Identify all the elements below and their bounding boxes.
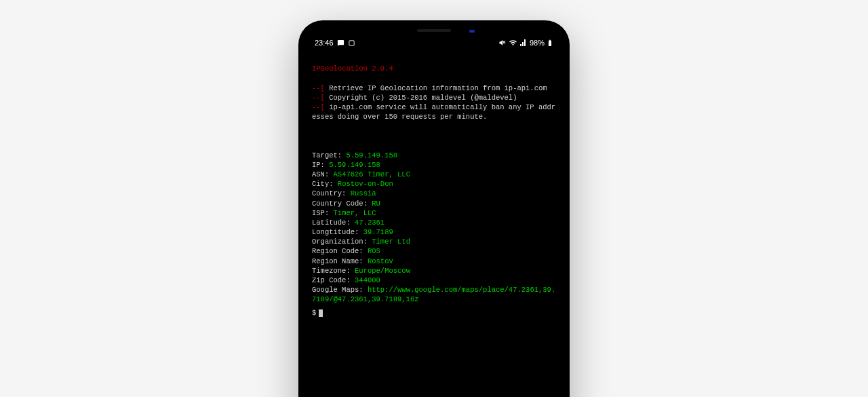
signal-icon [519, 39, 528, 47]
country-value: Russia [351, 189, 376, 197]
rn-value: Rostov [368, 257, 393, 265]
lat-label: Latitude: [312, 219, 351, 227]
zip-label: Zip Code: [312, 276, 351, 284]
isp-value: Timer, LLC [334, 209, 376, 217]
maps-label: Google Maps: [312, 286, 363, 294]
tz-label: Timezone: [312, 267, 351, 275]
org-label: Organization: [312, 238, 368, 246]
prompt-symbol: $ [312, 308, 316, 318]
rc-value: ROS [368, 247, 380, 255]
lat-value: 47.2361 [355, 219, 384, 227]
header-line-2: Copyright (c) 2015-2016 maldevel (@malde… [329, 94, 517, 102]
rc-label: Region Code: [312, 247, 363, 255]
org-value: Timer Ltd [372, 238, 410, 246]
mute-icon [498, 39, 507, 47]
wifi-icon [509, 39, 517, 47]
terminal-output[interactable]: IPGeolocation 2.0.4 --[ Retrieve IP Geol… [305, 50, 563, 341]
battery-icon [547, 38, 553, 48]
asn-value: AS47626 Timer, LLC [334, 170, 410, 178]
target-value: 5.59.149.158 [346, 151, 397, 159]
city-value: Rostov-on-Don [338, 180, 393, 188]
country-label: Country: [312, 189, 346, 197]
battery-text: 98% [530, 39, 545, 47]
asn-label: ASN: [312, 170, 329, 178]
terminal-cursor[interactable] [319, 309, 323, 317]
app-title: IPGeolocation 2.0.4 [312, 64, 393, 73]
lon-label: Longtitude: [312, 228, 359, 236]
header-line-3: ip-api.com service will automatically ba… [312, 103, 555, 121]
phone-screen: 23:46 98% [305, 27, 563, 397]
tz-value: Europe/Moscow [355, 267, 410, 275]
status-time: 23:46 [315, 39, 334, 47]
header-line-1: Retrieve IP Geolocation information from… [329, 84, 547, 92]
rn-label: Region Name: [312, 257, 363, 265]
chat-icon [337, 39, 344, 47]
svg-rect-0 [349, 40, 353, 45]
ip-label: IP: [312, 161, 325, 169]
app-icon [348, 39, 355, 47]
cc-label: Country Code: [312, 200, 368, 208]
ip-value: 5.59.149.158 [329, 161, 380, 169]
isp-label: ISP: [312, 209, 329, 217]
city-label: City: [312, 180, 334, 188]
lon-value: 39.7189 [363, 228, 393, 236]
phone-frame: 23:46 98% [298, 20, 570, 397]
cc-value: RU [372, 200, 380, 208]
zip-value: 344000 [355, 276, 380, 284]
target-label: Target: [312, 151, 342, 159]
